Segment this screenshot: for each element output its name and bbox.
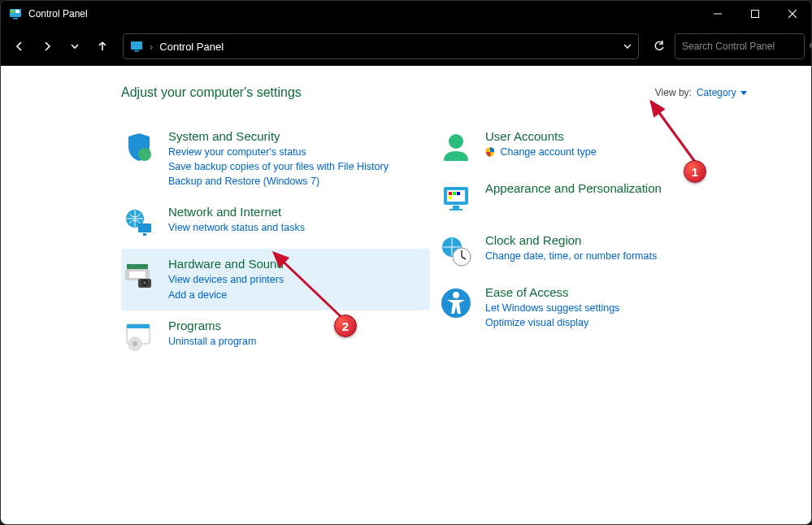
view-by-label: View by: [655, 87, 692, 98]
shield-icon [121, 129, 157, 165]
accessibility-icon [438, 285, 474, 321]
svg-rect-28 [453, 206, 459, 209]
page-heading: Adjust your computer's settings [121, 85, 302, 100]
maximize-button[interactable] [736, 1, 774, 27]
svg-rect-5 [752, 11, 759, 18]
view-by-value: Category [697, 87, 736, 98]
app-icon [9, 7, 22, 20]
left-column: System and Security Review your computer… [121, 121, 430, 362]
category-title[interactable]: System and Security [168, 129, 423, 143]
printer-camera-icon [121, 257, 157, 293]
category-link[interactable]: Backup and Restore (Windows 7) [168, 174, 423, 189]
svg-rect-15 [143, 233, 146, 236]
svg-rect-23 [127, 324, 150, 328]
category-title[interactable]: User Accounts [485, 129, 740, 143]
user-icon [438, 129, 474, 165]
address-icon [130, 40, 143, 53]
globe-monitor-icon [121, 205, 157, 241]
search-icon[interactable] [809, 41, 812, 52]
category-title[interactable]: Appearance and Personalization [485, 181, 740, 195]
navbar: › Control Panel [1, 27, 811, 66]
category-link[interactable]: Optimize visual display [485, 315, 740, 330]
svg-rect-1 [13, 18, 18, 20]
svg-point-21 [143, 281, 146, 284]
category-link[interactable]: Let Windows suggest settings [485, 301, 740, 315]
annotation-marker-2: 2 [334, 315, 357, 337]
address-separator-icon: › [150, 41, 153, 53]
address-dropdown-icon[interactable] [623, 42, 632, 50]
recent-locations-button[interactable] [63, 34, 87, 59]
category-ease-of-access[interactable]: Ease of Access Let Windows suggest setti… [438, 277, 747, 338]
category-title[interactable]: Network and Internet [168, 205, 423, 219]
svg-rect-33 [457, 192, 460, 195]
svg-rect-3 [15, 10, 20, 13]
monitor-colors-icon [438, 181, 474, 217]
category-title[interactable]: Ease of Access [485, 285, 740, 299]
view-by-dropdown[interactable]: Category [697, 87, 747, 98]
category-network-internet[interactable]: Network and Internet View network status… [121, 197, 430, 249]
category-link[interactable]: Save backup copies of your files with Fi… [168, 159, 423, 174]
refresh-button[interactable] [647, 34, 671, 59]
category-programs[interactable]: Programs Uninstall a program [121, 310, 430, 362]
svg-rect-8 [131, 41, 142, 50]
address-bar[interactable]: › Control Panel [123, 33, 639, 59]
category-link[interactable]: Add a device [168, 288, 423, 302]
category-link[interactable]: Review your computer's status [168, 145, 423, 159]
annotation-marker-1: 1 [684, 160, 706, 183]
svg-rect-34 [449, 196, 452, 199]
category-system-security[interactable]: System and Security Review your computer… [121, 121, 430, 197]
content-header: Adjust your computer's settings View by:… [40, 85, 747, 100]
forward-button[interactable] [35, 34, 59, 59]
category-title[interactable]: Programs [168, 319, 423, 332]
clock-globe-icon [438, 233, 474, 269]
category-title[interactable]: Hardware and Sound [168, 257, 423, 271]
svg-rect-14 [138, 223, 151, 232]
search-box[interactable] [675, 33, 805, 59]
window-frame: Control Panel [0, 0, 812, 525]
category-columns: System and Security Review your computer… [40, 121, 747, 362]
svg-rect-18 [129, 271, 145, 278]
up-button[interactable] [90, 34, 115, 59]
content-area: Adjust your computer's settings View by:… [1, 66, 811, 524]
category-link[interactable]: View devices and printers [168, 272, 423, 287]
view-by-control: View by: Category [655, 87, 747, 98]
category-hardware-sound[interactable]: Hardware and Sound View devices and prin… [121, 249, 430, 310]
uac-shield-icon [485, 147, 495, 157]
marker-number: 1 [692, 165, 698, 179]
address-path: Control Panel [159, 41, 617, 53]
svg-rect-9 [134, 50, 139, 52]
category-link-text: Change account type [500, 146, 596, 158]
svg-rect-2 [11, 10, 15, 13]
minimize-button[interactable] [699, 1, 736, 27]
category-link[interactable]: Change account type [485, 145, 740, 159]
programs-icon [121, 319, 157, 354]
svg-rect-29 [449, 209, 462, 210]
chevron-down-icon [740, 91, 747, 95]
svg-point-25 [132, 341, 137, 346]
titlebar: Control Panel [1, 1, 811, 27]
marker-number: 2 [342, 319, 349, 333]
category-title[interactable]: Clock and Region [485, 233, 740, 247]
category-link[interactable]: Uninstall a program [168, 334, 423, 349]
category-link[interactable]: Change date, time, or number formats [485, 249, 740, 263]
category-link[interactable]: View network status and tasks [168, 220, 423, 235]
svg-rect-31 [449, 192, 452, 195]
search-input[interactable] [682, 41, 804, 52]
close-button[interactable] [774, 1, 811, 27]
svg-rect-16 [127, 264, 148, 269]
right-column: User Accounts Change account type [438, 121, 747, 362]
window-title: Control Panel [28, 8, 699, 20]
category-clock-region[interactable]: Clock and Region Change date, time, or n… [438, 225, 747, 277]
svg-point-26 [449, 134, 463, 149]
svg-point-40 [453, 292, 459, 298]
svg-rect-32 [453, 192, 456, 195]
svg-point-12 [138, 148, 151, 161]
back-button[interactable] [7, 34, 32, 59]
